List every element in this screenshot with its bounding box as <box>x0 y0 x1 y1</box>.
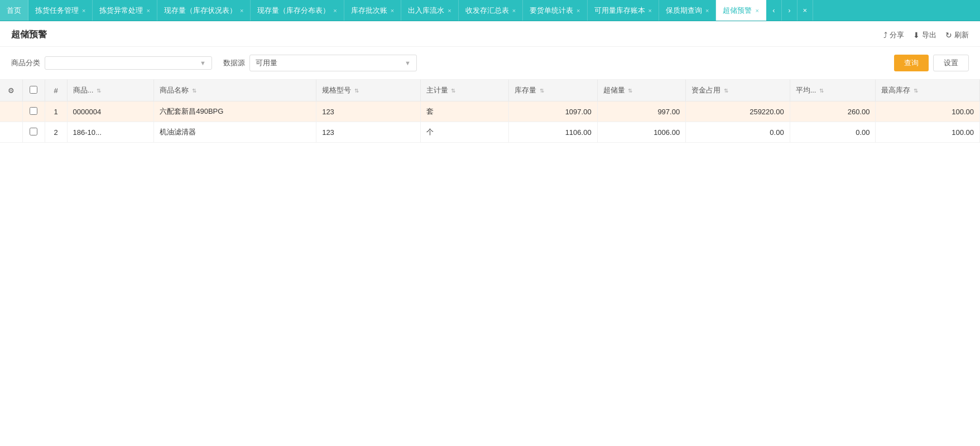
top-nav: 首页 拣货任务管理 × 拣货异常处理 × 现存量（库存状况表） × 现存量（库存… <box>0 0 980 21</box>
refresh-icon: ↻ <box>945 31 952 40</box>
overstock-col-header[interactable]: 超储量 ⇅ <box>597 80 686 101</box>
close-order-stat[interactable]: × <box>577 7 580 14</box>
sort-product-name: ⇅ <box>192 88 196 94</box>
row-overstock: 1006.00 <box>597 122 686 143</box>
row-checkbox[interactable] <box>22 101 45 122</box>
close-inout-flow[interactable]: × <box>448 7 451 14</box>
row-gear <box>0 101 22 122</box>
close-shelf-life[interactable]: × <box>705 7 709 14</box>
row-capital: 0.00 <box>686 122 790 143</box>
table-container: ⚙ # 商品... ⇅ 商品名称 ⇅ 规格型号 <box>0 80 980 143</box>
header-actions: ⤴ 分享 ⬇ 导出 ↻ 刷新 <box>883 30 969 40</box>
nav-next-arrow[interactable]: › <box>782 0 798 21</box>
product-category-filter: 商品分类 ▼ <box>11 56 212 70</box>
row-avg: 0.00 <box>790 122 876 143</box>
num-col-header: # <box>45 80 67 101</box>
data-source-filter: 数据源 可用量 ▼ <box>223 55 417 71</box>
query-button[interactable]: 查询 <box>894 55 929 71</box>
row-overstock: 997.00 <box>597 101 686 122</box>
nav-stock-batch[interactable]: 库存批次账 × <box>344 0 401 21</box>
unit-col-header[interactable]: 主计量 ⇅ <box>420 80 509 101</box>
data-source-select[interactable]: 可用量 ▼ <box>249 55 417 71</box>
gear-col-header: ⚙ <box>0 80 22 101</box>
gear-icon[interactable]: ⚙ <box>8 86 15 95</box>
share-icon: ⤴ <box>883 31 887 40</box>
max-stock-col-header[interactable]: 最高库存 ⇅ <box>876 80 980 101</box>
row-spec: 123 <box>316 122 420 143</box>
close-pick-exception[interactable]: × <box>146 7 150 14</box>
nav-available-stock[interactable]: 可用量库存账本 × <box>588 0 659 21</box>
product-category-chevron: ▼ <box>200 60 206 66</box>
filter-bar: 商品分类 ▼ 数据源 可用量 ▼ 查询 设置 <box>0 47 980 80</box>
close-stock-dist[interactable]: × <box>333 7 337 14</box>
sort-overstock: ⇅ <box>628 88 632 94</box>
row-max-stock: 100.00 <box>876 122 980 143</box>
row-avg: 260.00 <box>790 101 876 122</box>
row-max-stock: 100.00 <box>876 101 980 122</box>
page-title: 超储预警 <box>11 29 47 41</box>
nav-recv-send[interactable]: 收发存汇总表 × <box>459 0 523 21</box>
row-spec: 123 <box>316 101 420 122</box>
sort-capital: ⇅ <box>724 88 728 94</box>
sort-avg: ⇅ <box>819 88 824 94</box>
select-all-checkbox[interactable] <box>30 86 37 94</box>
nav-prev-arrow[interactable]: ‹ <box>766 0 782 21</box>
close-pick-task[interactable]: × <box>82 7 85 14</box>
sort-spec: ⇅ <box>354 88 359 94</box>
row-select-checkbox[interactable] <box>30 107 37 115</box>
table-row: 2 186-10... 机油滤清器 123 个 1106.00 1006.00 … <box>0 122 980 143</box>
nav-close-arrow[interactable]: × <box>798 0 813 21</box>
close-available-stock[interactable]: × <box>648 7 652 14</box>
row-select-checkbox[interactable] <box>30 128 37 135</box>
nav-stock-dist[interactable]: 现存量（库存分布表） × <box>251 0 344 21</box>
export-action[interactable]: ⬇ 导出 <box>913 30 936 40</box>
capital-col-header[interactable]: 资金占用 ⇅ <box>686 80 790 101</box>
stock-col-header[interactable]: 库存量 ⇅ <box>509 80 598 101</box>
close-overstock[interactable]: × <box>755 7 758 14</box>
refresh-action[interactable]: ↻ 刷新 <box>945 30 969 40</box>
nav-shelf-life[interactable]: 保质期查询 × <box>659 0 716 21</box>
setting-button[interactable]: 设置 <box>933 55 969 71</box>
row-gear <box>0 122 22 143</box>
data-source-label: 数据源 <box>223 58 245 68</box>
page-header: 超储预警 ⤴ 分享 ⬇ 导出 ↻ 刷新 <box>0 21 980 47</box>
export-icon: ⬇ <box>913 31 920 40</box>
close-stock-batch[interactable]: × <box>391 7 394 14</box>
product-category-select[interactable]: ▼ <box>45 56 212 70</box>
sort-unit: ⇅ <box>451 88 455 94</box>
sort-product-code: ⇅ <box>97 88 101 94</box>
row-checkbox[interactable] <box>22 122 45 143</box>
data-source-value: 可用量 <box>256 58 277 68</box>
sort-max-stock: ⇅ <box>914 88 918 94</box>
product-name-col-header[interactable]: 商品名称 ⇅ <box>154 80 316 101</box>
row-stock: 1106.00 <box>509 122 598 143</box>
close-recv-send[interactable]: × <box>512 7 516 14</box>
product-code-col-header[interactable]: 商品... ⇅ <box>67 80 154 101</box>
share-action[interactable]: ⤴ 分享 <box>883 30 904 40</box>
overstock-table: ⚙ # 商品... ⇅ 商品名称 ⇅ 规格型号 <box>0 80 980 143</box>
product-category-label: 商品分类 <box>11 58 40 68</box>
row-capital: 259220.00 <box>686 101 790 122</box>
nav-stock-status[interactable]: 现存量（库存状况表） × <box>157 0 251 21</box>
avg-col-header[interactable]: 平均... ⇅ <box>790 80 876 101</box>
nav-order-stat[interactable]: 要货单统计表 × <box>523 0 587 21</box>
nav-inout-flow[interactable]: 出入库流水 × <box>401 0 458 21</box>
nav-home[interactable]: 首页 <box>0 0 28 21</box>
nav-pick-exception[interactable]: 拣货异常处理 × <box>93 0 157 21</box>
row-unit: 个 <box>420 122 509 143</box>
row-unit: 套 <box>420 101 509 122</box>
close-stock-status[interactable]: × <box>240 7 243 14</box>
data-source-chevron: ▼ <box>405 60 411 66</box>
row-stock: 1097.00 <box>509 101 598 122</box>
nav-overstock[interactable]: 超储预警 × <box>716 0 766 21</box>
table-header-row: ⚙ # 商品... ⇅ 商品名称 ⇅ 规格型号 <box>0 80 980 101</box>
row-product-code: 186-10... <box>67 122 154 143</box>
page-content: 超储预警 ⤴ 分享 ⬇ 导出 ↻ 刷新 商品分类 ▼ 数据源 <box>0 21 980 446</box>
nav-pick-task[interactable]: 拣货任务管理 × <box>28 0 93 21</box>
row-num: 2 <box>45 122 67 143</box>
table-row: 1 0000004 六配套新昌490BPG 123 套 1097.00 997.… <box>0 101 980 122</box>
filter-actions: 查询 设置 <box>894 55 969 71</box>
row-product-name: 六配套新昌490BPG <box>154 101 316 122</box>
spec-col-header[interactable]: 规格型号 ⇅ <box>316 80 420 101</box>
row-num: 1 <box>45 101 67 122</box>
